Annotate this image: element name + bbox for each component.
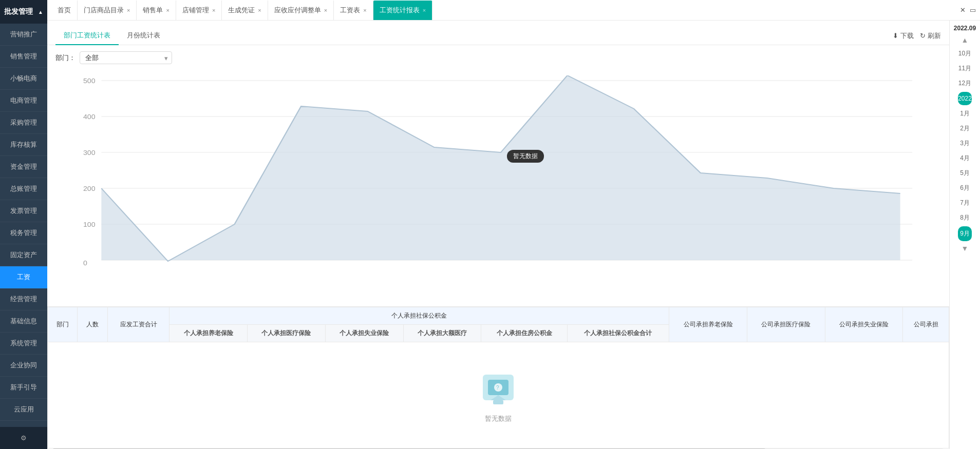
sidebar-item-采购管理[interactable]: 采购管理 [0,112,47,134]
chart-area: 500 400 300 200 100 0 [47,70,949,306]
main-area: 首页门店商品目录×销售单×店铺管理×生成凭证×应收应付调整单×工资表×工资统计报… [47,0,980,449]
tab-close-icon[interactable]: × [258,7,261,13]
gear-icon: ⚙ [21,434,27,442]
svg-text:400: 400 [83,113,96,121]
col-header-personal-bigmedical: 个人承担大额医疗 [403,325,481,342]
timeline-year-label: 2022.09 [954,23,976,34]
tab-首页[interactable]: 首页 [51,1,78,20]
chart-svg: 500 400 300 200 100 0 [83,75,918,281]
filter-row: 部门： 全部 [47,45,949,70]
timeline-up-arrow[interactable]: ▲ [959,34,971,46]
sidebar-item-电商管理[interactable]: 电商管理 [0,90,47,112]
timeline-month-12月[interactable]: 12月 [956,76,974,91]
timeline-month-10月[interactable]: 10月 [956,46,974,61]
refresh-icon: ↻ [920,32,926,40]
sidebar-item-系统管理[interactable]: 系统管理 [0,333,47,355]
sidebar-item-企业协同[interactable]: 企业协同 [0,355,47,377]
sidebar-header[interactable]: 批发管理 ▲ [0,0,47,24]
tab-门店商品目录[interactable]: 门店商品目录× [78,1,137,20]
page-content: 部门工资统计表月份统计表 ⬇ 下载 ↻ 刷新 部门： 全 [47,21,949,449]
tab-店铺管理[interactable]: 店铺管理× [176,1,222,20]
tab-工资表[interactable]: 工资表× [334,1,373,20]
tab-工资统计报表[interactable]: 工资统计报表× [373,1,432,20]
timeline-month-5月[interactable]: 5月 [956,166,974,181]
col-header-personal-housing: 个人承担住房公积金 [481,325,567,342]
sub-tab-月份统计表[interactable]: 月份统计表 [119,27,168,45]
col-header-personal-total: 个人承担社保公积金合计 [567,325,669,342]
no-data-text: 暂无数据 [485,414,512,423]
sub-tab-actions: ⬇ 下载 ↻ 刷新 [893,31,941,41]
col-header-department: 部门 [48,307,78,342]
sidebar-item-销售管理[interactable]: 销售管理 [0,46,47,68]
sidebar-item-税务管理[interactable]: 税务管理 [0,222,47,244]
tab-close-icon[interactable]: × [166,7,169,13]
sidebar-footer[interactable]: ⚙ [0,427,47,449]
timeline-month-6月[interactable]: 6月 [956,181,974,196]
sidebar-item-小畅电商[interactable]: 小畅电商 [0,68,47,90]
sidebar-item-营销推广[interactable]: 营销推广 [0,24,47,46]
svg-text:100: 100 [83,221,96,228]
timeline-panel: 2022.09 ▲ 10月11月12月20221月2月3月4月5月6月7月8月9… [949,21,980,449]
timeline-month-3月[interactable]: 3月 [956,136,974,151]
download-button[interactable]: ⬇ 下载 [893,31,914,41]
department-select-wrapper: 全部 [80,51,172,64]
download-label: 下载 [900,31,914,41]
tab-bar-close-icon[interactable]: ✕ [960,6,966,14]
timeline-down-arrow[interactable]: ▼ [959,242,971,255]
svg-text:500: 500 [83,77,96,85]
tab-close-icon[interactable]: × [324,7,327,13]
sidebar-item-基础信息[interactable]: 基础信息 [0,310,47,333]
sidebar-item-资金管理[interactable]: 资金管理 [0,156,47,178]
timeline-year-marker[interactable]: 2022 [958,92,972,105]
sidebar-item-总账管理[interactable]: 总账管理 [0,178,47,200]
download-icon: ⬇ [893,32,898,40]
data-table: 部门 人数 应发工资合计 个人承担社保公积金 公司承担养老保险 公司承担医疗保险… [47,307,949,448]
timeline-month-7月[interactable]: 7月 [956,196,974,210]
sidebar: 批发管理 ▲ 营销推广销售管理小畅电商电商管理采购管理库存核算资金管理总账管理发… [0,0,47,449]
col-header-company-unemploy: 公司承担失业保险 [825,307,903,342]
department-select[interactable]: 全部 [80,51,172,64]
col-header-count: 人数 [78,307,107,342]
sub-tabs: 部门工资统计表月份统计表 [55,27,168,45]
sidebar-item-工资[interactable]: 工资 [0,266,47,288]
sidebar-title: 批发管理 [4,7,33,16]
no-data-container: ? 暂无数据 [53,346,944,444]
no-data-icon: ? [478,367,519,408]
tab-销售单[interactable]: 销售单× [137,1,176,20]
timeline-month-11月[interactable]: 11月 [956,61,974,76]
tab-close-icon[interactable]: × [212,7,215,13]
col-header-company-misc: 公司承担 [903,307,949,342]
table-container[interactable]: 部门 人数 应发工资合计 个人承担社保公积金 公司承担养老保险 公司承担医疗保险… [47,306,949,449]
tab-close-icon[interactable]: × [363,7,366,13]
timeline-month-2月[interactable]: 2月 [956,121,974,136]
timeline-month-1月[interactable]: 1月 [956,106,974,121]
tab-应收应付调整单[interactable]: 应收应付调整单× [268,1,334,20]
sub-tab-部门工资统计表[interactable]: 部门工资统计表 [55,27,119,45]
refresh-button[interactable]: ↻ 刷新 [920,31,941,41]
col-header-personal-unemploy: 个人承担失业保险 [325,325,403,342]
col-header-company-medical: 公司承担医疗保险 [747,307,825,342]
refresh-label: 刷新 [928,31,941,41]
timeline-month-8月[interactable]: 8月 [956,210,974,225]
timeline-month-4月[interactable]: 4月 [956,151,974,166]
sidebar-item-经营管理[interactable]: 经营管理 [0,288,47,310]
sidebar-item-新手引导[interactable]: 新手引导 [0,377,47,399]
sidebar-item-发票管理[interactable]: 发票管理 [0,200,47,222]
sidebar-item-库存核算[interactable]: 库存核算 [0,134,47,156]
svg-rect-18 [493,400,503,404]
tab-close-icon[interactable]: × [423,7,426,13]
col-group-personal: 个人承担社保公积金 [169,307,669,325]
content-area: 部门工资统计表月份统计表 ⬇ 下载 ↻ 刷新 部门： 全 [47,21,980,449]
sidebar-item-云应用[interactable]: 云应用 [0,399,47,421]
svg-marker-12 [101,75,900,261]
tab-bar-restore-icon[interactable]: ▭ [970,6,976,14]
col-header-personal-pension: 个人承担养老保险 [169,325,248,342]
tab-close-icon[interactable]: × [127,7,130,13]
filter-label: 部门： [55,53,76,63]
svg-text:300: 300 [83,149,96,157]
col-header-personal-medical: 个人承担医疗保险 [248,325,326,342]
tab-生成凭证[interactable]: 生成凭证× [222,1,268,20]
timeline-month-9月[interactable]: 9月 [958,226,972,241]
col-header-company-pension: 公司承担养老保险 [669,307,747,342]
sidebar-item-固定资产[interactable]: 固定资产 [0,244,47,266]
